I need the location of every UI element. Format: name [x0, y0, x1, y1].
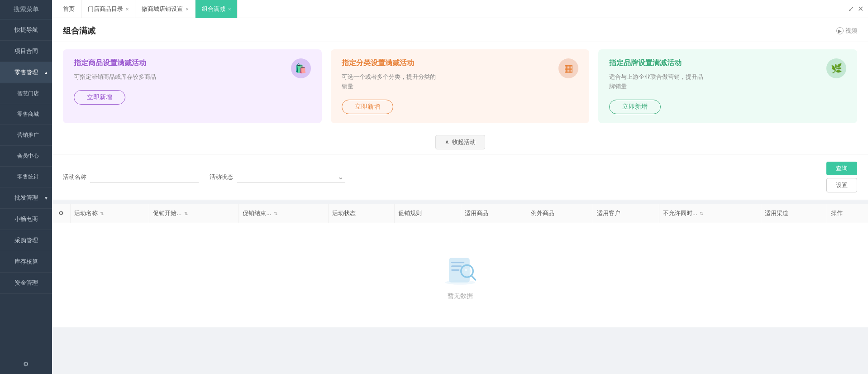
sort-icon-promo-end: ⇅ [274, 211, 277, 216]
sidebar-item-marketing[interactable]: 营销推广 [0, 125, 52, 146]
svg-rect-3 [451, 265, 462, 267]
close-icon[interactable]: ✕ [858, 5, 863, 13]
card-product-add-btn[interactable]: 立即新增 [74, 90, 125, 105]
sidebar-item-retail-stats[interactable]: 零售统计 [0, 167, 52, 187]
collapse-bar: ∧ 收起活动 [52, 130, 868, 154]
filter-activity-status: 活动状态 [210, 172, 345, 182]
tab-close-combo-discount[interactable]: × [228, 6, 231, 12]
tab-close-store-catalog[interactable]: × [126, 6, 129, 12]
th-status: 活动状态 [329, 204, 395, 223]
card-brand-icon: 🌿 [826, 58, 846, 78]
table-header-row: ⚙ 活动名称 ⇅ 促销开始... ⇅ 促销结束... ⇅ [52, 204, 868, 223]
activity-status-label: 活动状态 [210, 173, 233, 181]
video-button[interactable]: ▶ 视频 [836, 27, 857, 35]
sidebar-item-wholesale-mgmt[interactable]: 批发管理 [0, 187, 52, 209]
th-no-overlap[interactable]: 不允许同时... ⇅ [659, 204, 761, 223]
video-circle-icon: ▶ [836, 27, 844, 34]
th-promo-start[interactable]: 促销开始... ⇅ [149, 204, 239, 223]
cards-section: 🛍️ 指定商品设置满减活动 可指定滞销商品或库存较多商品 立即新增 ▦ 指定分类… [52, 42, 868, 130]
card-product-desc: 可指定滞销商品或库存较多商品 [74, 72, 173, 82]
svg-point-8 [465, 269, 467, 271]
th-applicable-goods: 适用商品 [461, 204, 527, 223]
activity-table: ⚙ 活动名称 ⇅ 促销开始... ⇅ 促销结束... ⇅ [52, 204, 868, 223]
sidebar-item-finance[interactable]: 资金管理 [0, 273, 52, 294]
th-applicable-channel: 适用渠道 [761, 204, 827, 223]
activity-name-label: 活动名称 [63, 173, 86, 181]
collapse-chevron-icon: ∧ [445, 139, 449, 145]
activity-name-input[interactable] [90, 172, 199, 182]
tab-combo-discount[interactable]: 组合满减 × [196, 0, 238, 18]
main-area: 首页 门店商品目录 × 微商城店铺设置 × 组合满减 × ⤢ ✕ 组合满减 ▶ … [52, 0, 868, 374]
table-section: ⚙ 活动名称 ⇅ 促销开始... ⇅ 促销结束... ⇅ [52, 204, 868, 327]
card-brand-title: 指定品牌设置满减活动 [609, 58, 846, 68]
svg-rect-2 [451, 262, 464, 263]
sort-icon-name: ⇅ [100, 211, 104, 216]
th-applicable-customer: 适用客户 [593, 204, 659, 223]
th-operation: 操作 [827, 204, 868, 223]
svg-rect-4 [451, 269, 459, 270]
sidebar-item-purchase-mgmt[interactable]: 采购管理 [0, 230, 52, 251]
sidebar-item-small-ecom[interactable]: 小畅电商 [0, 209, 52, 230]
setting-button[interactable]: 设置 [826, 178, 857, 192]
tab-bar: 首页 门店商品目录 × 微商城店铺设置 × 组合满减 × ⤢ ✕ [52, 0, 868, 18]
th-promo-end[interactable]: 促销结束... ⇅ [239, 204, 329, 223]
tab-store-catalog[interactable]: 门店商品目录 × [81, 0, 135, 18]
restore-icon[interactable]: ⤢ [848, 5, 854, 13]
card-product-discount: 🛍️ 指定商品设置满减活动 可指定滞销商品或库存较多商品 立即新增 [63, 49, 322, 123]
page-content: 组合满减 ▶ 视频 🛍️ 指定商品设置满减活动 可指定滞销商品或库存较多商品 立… [52, 18, 868, 374]
card-brand-desc: 适合与上游企业联合做营销，提升品牌销量 [609, 72, 709, 91]
card-category-icon: ▦ [558, 58, 578, 78]
activity-status-select-wrapper [237, 172, 345, 182]
filter-buttons: 查询 设置 [826, 162, 857, 192]
filter-section: 活动名称 活动状态 查询 设置 [52, 154, 868, 200]
window-controls: ⤢ ✕ [848, 5, 863, 13]
card-brand-add-btn[interactable]: 立即新增 [609, 100, 661, 114]
sidebar-item-retail-mgmt[interactable]: 零售管理 [0, 62, 52, 83]
sidebar-item-inventory[interactable]: 库存核算 [0, 251, 52, 273]
sort-icon-no-overlap: ⇅ [700, 211, 703, 216]
gear-icon: ⚙ [58, 210, 64, 216]
query-button[interactable]: 查询 [826, 162, 857, 175]
card-category-add-btn[interactable]: 立即新增 [342, 100, 393, 114]
card-category-title: 指定分类设置满减活动 [342, 58, 579, 68]
page-title: 组合满减 [63, 25, 95, 36]
card-product-icon: 🛍️ [291, 58, 311, 78]
empty-illustration [438, 250, 483, 287]
filter-activity-name: 活动名称 [63, 172, 199, 182]
card-category-desc: 可选一个或者多个分类，提升分类的销量 [342, 72, 441, 91]
collapse-activities-button[interactable]: ∧ 收起活动 [435, 135, 485, 149]
card-product-title: 指定商品设置满减活动 [74, 58, 311, 68]
th-promo-rule: 促销规则 [395, 204, 461, 223]
cards-row: 🛍️ 指定商品设置满减活动 可指定滞销商品或库存较多商品 立即新增 ▦ 指定分类… [63, 49, 857, 123]
th-excluded-goods: 例外商品 [527, 204, 593, 223]
activity-status-input[interactable] [237, 172, 336, 182]
sidebar-item-smart-store[interactable]: 智慧门店 [0, 83, 52, 104]
empty-state: 暂无数据 [52, 223, 868, 327]
th-name[interactable]: 活动名称 ⇅ [70, 204, 149, 223]
th-gear[interactable]: ⚙ [52, 204, 70, 223]
sidebar-item-project-contract[interactable]: 项目合同 [0, 41, 52, 62]
sort-icon-promo-start: ⇅ [184, 211, 188, 216]
sidebar-search[interactable]: 搜索菜单 [0, 0, 52, 19]
tab-home[interactable]: 首页 [57, 0, 81, 18]
card-category-discount: ▦ 指定分类设置满减活动 可选一个或者多个分类，提升分类的销量 立即新增 [331, 49, 590, 123]
card-brand-discount: 🌿 指定品牌设置满减活动 适合与上游企业联合做营销，提升品牌销量 立即新增 [598, 49, 857, 123]
svg-line-6 [471, 275, 475, 280]
page-header: 组合满减 ▶ 视频 [52, 18, 868, 42]
sidebar: 搜索菜单 快捷导航 项目合同 零售管理 智慧门店 零售商城 营销推广 会员中心 … [0, 0, 52, 374]
sidebar-item-member-center[interactable]: 会员中心 [0, 146, 52, 167]
empty-text: 暂无数据 [448, 292, 473, 300]
sidebar-item-quick-nav[interactable]: 快捷导航 [0, 19, 52, 41]
sidebar-item-retail-mall[interactable]: 零售商城 [0, 104, 52, 125]
tab-close-wechat-settings[interactable]: × [186, 6, 188, 12]
svg-point-7 [463, 267, 471, 275]
tab-wechat-settings[interactable]: 微商城店铺设置 × [135, 0, 195, 18]
settings-icon[interactable]: ⚙ [0, 354, 52, 374]
